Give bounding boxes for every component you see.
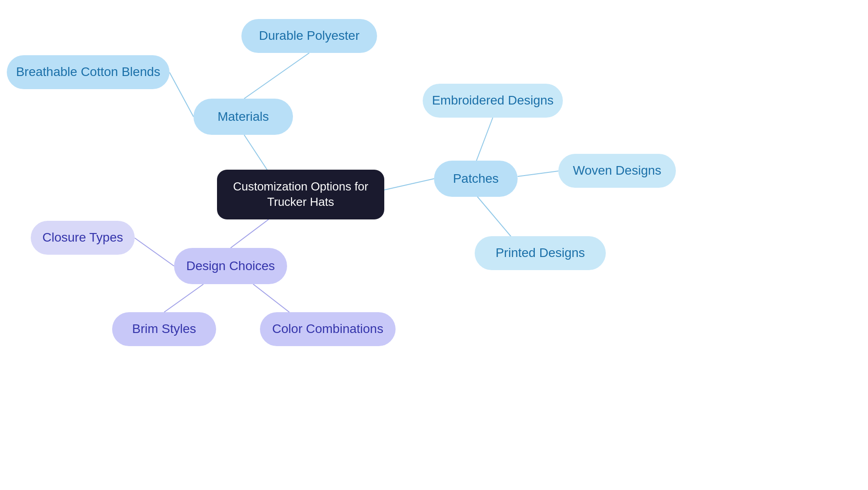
- svg-line-8: [135, 238, 174, 266]
- printed-designs-label: Printed Designs: [495, 245, 585, 261]
- closure-types-node[interactable]: Closure Types: [31, 221, 135, 255]
- design-choices-node[interactable]: Design Choices: [174, 248, 287, 284]
- woven-designs-node[interactable]: Woven Designs: [558, 154, 676, 188]
- color-combinations-label: Color Combinations: [272, 321, 383, 337]
- durable-polyester-label: Durable Polyester: [259, 28, 360, 44]
- breathable-cotton-node[interactable]: Breathable Cotton Blends: [7, 55, 170, 89]
- svg-line-1: [244, 53, 309, 99]
- center-node[interactable]: Customization Options for Trucker Hats: [217, 170, 384, 219]
- center-node-label: Customization Options for Trucker Hats: [233, 179, 368, 210]
- svg-line-0: [244, 135, 269, 172]
- brim-styles-node[interactable]: Brim Styles: [112, 312, 216, 346]
- svg-line-7: [231, 219, 269, 248]
- brim-styles-label: Brim Styles: [132, 321, 196, 337]
- svg-line-3: [384, 179, 434, 190]
- embroidered-designs-label: Embroidered Designs: [432, 92, 553, 109]
- embroidered-designs-node[interactable]: Embroidered Designs: [423, 84, 563, 118]
- svg-line-4: [476, 118, 493, 163]
- patches-node-label: Patches: [453, 171, 499, 187]
- materials-node-label: Materials: [217, 109, 269, 125]
- svg-line-9: [164, 284, 203, 312]
- patches-node[interactable]: Patches: [434, 161, 518, 197]
- durable-polyester-node[interactable]: Durable Polyester: [241, 19, 377, 53]
- materials-node[interactable]: Materials: [193, 99, 293, 135]
- woven-designs-label: Woven Designs: [573, 162, 661, 179]
- svg-line-2: [170, 72, 193, 117]
- printed-designs-node[interactable]: Printed Designs: [475, 236, 606, 270]
- breathable-cotton-label: Breathable Cotton Blends: [16, 64, 160, 80]
- color-combinations-node[interactable]: Color Combinations: [260, 312, 396, 346]
- svg-line-10: [253, 284, 289, 312]
- svg-line-5: [518, 171, 558, 176]
- design-choices-label: Design Choices: [186, 258, 275, 274]
- closure-types-label: Closure Types: [42, 229, 123, 246]
